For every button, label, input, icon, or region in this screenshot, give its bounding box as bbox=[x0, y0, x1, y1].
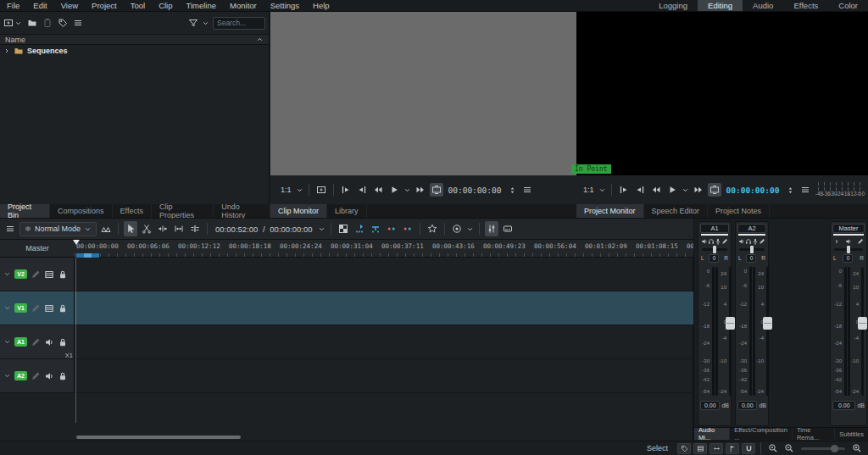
subtitle-track-button[interactable] bbox=[501, 221, 515, 236]
play-button[interactable] bbox=[665, 183, 679, 197]
gain-value[interactable]: 0.00 bbox=[700, 401, 720, 410]
chevron-down-icon[interactable] bbox=[3, 372, 11, 380]
snap-toggle-button[interactable] bbox=[742, 443, 755, 454]
mixer-tab-time-rema[interactable]: Time Rema... bbox=[793, 428, 835, 440]
master-track-button[interactable]: Master bbox=[0, 240, 75, 258]
timecode-spinner[interactable] bbox=[784, 183, 796, 197]
zoom-slider-handle[interactable] bbox=[831, 445, 838, 452]
caret-down-icon[interactable] bbox=[466, 225, 474, 233]
lock-icon[interactable] bbox=[58, 269, 68, 280]
pencil-icon[interactable] bbox=[31, 371, 41, 381]
timecode-spinner[interactable] bbox=[506, 183, 518, 197]
zone-in-button[interactable] bbox=[617, 183, 631, 197]
menu-settings[interactable]: Settings bbox=[264, 0, 306, 12]
volume-fader[interactable] bbox=[861, 267, 864, 396]
volume-fader[interactable] bbox=[766, 267, 769, 396]
lift-zone-button[interactable] bbox=[401, 221, 415, 236]
insert-zone-button[interactable] bbox=[314, 183, 328, 197]
balance-value[interactable]: 0 bbox=[746, 254, 756, 263]
timeline-ruler[interactable]: 00:00:00:0000:00:06:0600:00:12:1200:00:1… bbox=[75, 240, 693, 258]
menu-project[interactable]: Project bbox=[85, 0, 124, 12]
track-header-v1[interactable]: V1 bbox=[0, 291, 75, 325]
speaker-icon[interactable] bbox=[44, 371, 54, 381]
search-input[interactable] bbox=[213, 17, 265, 30]
panel-tab-project-bin[interactable]: Project Bin bbox=[0, 204, 50, 218]
track-target-badge[interactable]: A1 bbox=[14, 337, 27, 347]
video-thumbnails-toggle-button[interactable] bbox=[693, 443, 707, 454]
pencil-icon[interactable] bbox=[31, 303, 41, 314]
pencil-icon[interactable] bbox=[31, 337, 41, 347]
panel-tab-clip-properties[interactable]: Clip Properties bbox=[152, 204, 214, 218]
menu-file[interactable]: File bbox=[0, 0, 26, 12]
workspace-tab-editing[interactable]: Editing bbox=[698, 0, 743, 11]
track-row-v2[interactable]: V2 bbox=[0, 258, 693, 291]
workspace-tab-logging[interactable]: Logging bbox=[648, 0, 698, 11]
mute-speaker-icon[interactable] bbox=[845, 238, 852, 245]
caret-down-icon[interactable] bbox=[14, 19, 22, 27]
monitor-tab-project-monitor[interactable]: Project Monitor bbox=[576, 204, 644, 218]
mixer-tab-effect-composition[interactable]: Effect/Composition ... bbox=[730, 428, 793, 440]
menu-edit[interactable]: Edit bbox=[26, 0, 53, 12]
mixer-strip-name-button[interactable]: A2 bbox=[737, 224, 766, 233]
pen-icon[interactable] bbox=[857, 238, 864, 245]
fader-handle[interactable] bbox=[726, 317, 735, 330]
zone-out-button[interactable] bbox=[355, 183, 369, 197]
menu-view[interactable]: View bbox=[54, 0, 85, 12]
expand-chevron-icon[interactable] bbox=[3, 47, 10, 54]
filter-icon[interactable] bbox=[188, 18, 198, 28]
audio-thumbnails-toggle-button[interactable] bbox=[709, 443, 723, 454]
tags-toggle-button[interactable] bbox=[677, 443, 691, 454]
menu-timeline[interactable]: Timeline bbox=[180, 0, 224, 12]
timeline-timecode[interactable]: 00:00:52:00 / 00:00:00:00 bbox=[213, 225, 314, 234]
lock-icon[interactable] bbox=[58, 303, 68, 314]
project-monitor-timecode[interactable]: 00:00:00:00 bbox=[724, 186, 782, 195]
loop-zone-button[interactable] bbox=[430, 183, 443, 197]
bin-tree-header[interactable]: Name bbox=[0, 34, 269, 45]
menu-clip[interactable]: Clip bbox=[152, 0, 179, 12]
pan-slider[interactable] bbox=[702, 248, 727, 251]
playhead-marker[interactable] bbox=[73, 240, 80, 245]
speaker-icon[interactable] bbox=[44, 337, 54, 347]
panel-tab-effects[interactable]: Effects bbox=[113, 204, 152, 218]
pan-slider[interactable] bbox=[834, 248, 863, 251]
balance-value[interactable]: 0 bbox=[843, 254, 853, 263]
track-row-a2[interactable]: A2 bbox=[0, 359, 693, 393]
track-lane-a2[interactable] bbox=[75, 359, 693, 392]
caret-down-icon[interactable] bbox=[598, 186, 606, 194]
monitor-tab-clip-monitor[interactable]: Clip Monitor bbox=[270, 204, 327, 218]
caret-down-icon[interactable] bbox=[296, 186, 303, 194]
zoom-fit-button[interactable] bbox=[766, 441, 780, 455]
spacer-tool-button[interactable] bbox=[156, 221, 170, 236]
mixer-strip-name-button[interactable]: A1 bbox=[700, 224, 729, 233]
pencil-icon[interactable] bbox=[31, 269, 41, 280]
rewind-button[interactable] bbox=[649, 183, 663, 197]
chevron-down-icon[interactable] bbox=[3, 304, 11, 312]
play-button[interactable] bbox=[387, 183, 401, 197]
record-mic-icon[interactable] bbox=[752, 238, 759, 245]
zone-out-button[interactable] bbox=[633, 183, 647, 197]
create-folder-button[interactable] bbox=[27, 18, 37, 28]
track-row-a1[interactable]: A1 bbox=[0, 325, 693, 359]
slip-tool-button[interactable] bbox=[188, 221, 202, 236]
mute-speaker-icon[interactable] bbox=[738, 238, 745, 245]
mix-clips-button[interactable] bbox=[99, 221, 113, 236]
monitor-tab-library[interactable]: Library bbox=[327, 204, 367, 218]
workspace-tab-audio[interactable]: Audio bbox=[743, 0, 783, 11]
track-header-v2[interactable]: V2 bbox=[0, 258, 75, 291]
record-mic-icon[interactable] bbox=[715, 238, 721, 245]
timeline-zoom-slider[interactable] bbox=[801, 447, 845, 450]
film-icon[interactable] bbox=[44, 303, 54, 314]
show-mixer-button[interactable] bbox=[485, 221, 498, 236]
overwrite-zone-button[interactable] bbox=[385, 221, 398, 236]
zoom-out-button[interactable] bbox=[782, 441, 796, 455]
clip-monitor-display[interactable] bbox=[270, 12, 576, 175]
forward-button[interactable] bbox=[692, 183, 705, 197]
bin-menu-button[interactable] bbox=[73, 18, 83, 28]
timeline-menu-button[interactable] bbox=[3, 221, 17, 236]
rewind-button[interactable] bbox=[371, 183, 385, 197]
mixer-tab-audio-mi[interactable]: Audio Mi... bbox=[694, 428, 730, 440]
monitor-tab-speech-editor[interactable]: Speech Editor bbox=[644, 204, 709, 218]
paste-button[interactable] bbox=[42, 18, 53, 28]
solo-headphones-icon[interactable] bbox=[708, 238, 715, 245]
mute-speaker-icon[interactable] bbox=[701, 238, 708, 245]
